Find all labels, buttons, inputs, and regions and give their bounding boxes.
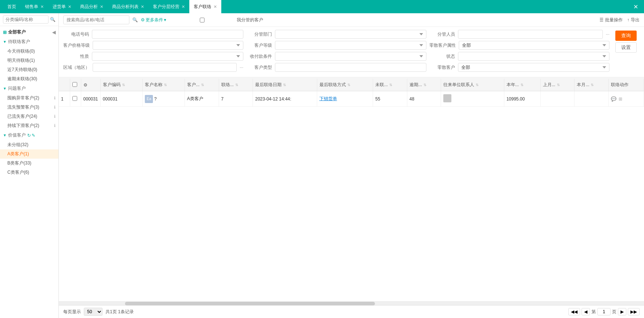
scatter-select[interactable]: 全部 bbox=[458, 63, 609, 72]
export-button[interactable]: ↑ 导出 bbox=[627, 17, 640, 23]
sort-icon[interactable]: ⇅ bbox=[557, 83, 560, 87]
payment-select[interactable] bbox=[275, 52, 426, 61]
close-icon[interactable]: ✕ bbox=[214, 4, 217, 9]
scrollbar-thumb[interactable] bbox=[125, 302, 375, 305]
sort-icon[interactable]: ⇅ bbox=[423, 83, 426, 87]
nav-tab-customer-tier[interactable]: 客户分层经营 ✕ bbox=[149, 0, 189, 13]
col-last-month[interactable]: 上月... ⇅ bbox=[540, 79, 575, 91]
sort-icon[interactable]: ⇅ bbox=[389, 83, 392, 87]
nav-tab-analysis[interactable]: 商品分析 ✕ bbox=[76, 0, 108, 13]
scatter-attr-select[interactable]: 全部 bbox=[459, 41, 609, 50]
page-number-input[interactable] bbox=[597, 308, 611, 315]
col-type[interactable]: 客户... ⇅ bbox=[185, 79, 219, 91]
sidebar-item-class-a[interactable]: A类客户(1) bbox=[0, 149, 58, 159]
next-page-button[interactable]: ▶ bbox=[618, 308, 626, 315]
qr-icon[interactable]: ⊞ bbox=[619, 96, 622, 102]
query-button[interactable]: 查询 bbox=[615, 31, 637, 41]
phone-input[interactable] bbox=[92, 30, 243, 39]
status-select[interactable] bbox=[458, 52, 609, 61]
col-last-date[interactable]: 最后联络日期 ⇅ bbox=[253, 79, 317, 91]
col-code[interactable]: 客户编码 ⇅ bbox=[100, 79, 143, 91]
close-icon[interactable]: ✕ bbox=[68, 4, 71, 9]
edit-icon[interactable]: ✎ bbox=[32, 133, 35, 138]
sidebar-item-ungrouped[interactable]: 未分组(32) bbox=[0, 140, 58, 149]
sidebar-item-churned[interactable]: 已流失客户(24) ℹ bbox=[0, 112, 58, 121]
filter-row-1: 电话号码 分管部门 分管人员 ··· bbox=[63, 30, 609, 39]
nav-tab-customer-contact[interactable]: 客户联络 ✕ bbox=[189, 0, 221, 13]
nav-tab-analysis-list[interactable]: 商品分析列表 ✕ bbox=[108, 0, 149, 13]
row-last-month bbox=[540, 91, 575, 107]
col-this-year[interactable]: 本年... ⇅ bbox=[504, 79, 540, 91]
sort-icon[interactable]: ⇅ bbox=[347, 83, 350, 87]
first-page-button[interactable]: ◀◀ bbox=[568, 308, 580, 315]
col-no-contact[interactable]: 未联... ⇅ bbox=[373, 79, 407, 91]
window-close-button[interactable]: ✕ bbox=[630, 3, 641, 10]
sidebar-item-declining[interactable]: 持续下滑客户(2) ℹ bbox=[0, 121, 58, 130]
close-icon[interactable]: ✕ bbox=[141, 4, 144, 9]
chat-icon[interactable]: 💬 bbox=[611, 96, 616, 102]
last-page-button[interactable]: ▶▶ bbox=[628, 308, 640, 315]
per-page-select[interactable]: 50 100 200 bbox=[84, 308, 103, 316]
col-settings[interactable]: ⚙ bbox=[81, 79, 100, 91]
sidebar-item-class-c[interactable]: C类客户(6) bbox=[0, 168, 58, 177]
sidebar-search-input[interactable] bbox=[3, 15, 49, 24]
horizontal-scrollbar[interactable] bbox=[59, 301, 644, 305]
nav-tab-sales[interactable]: 销售单 ✕ bbox=[21, 0, 48, 13]
sidebar-item-tomorrow[interactable]: 明天待联络(1) bbox=[0, 56, 58, 65]
sidebar-item-today[interactable]: 今天待联络(0) bbox=[0, 47, 58, 56]
sidebar-item-hoarding[interactable]: 囤购异常客户(2) ℹ bbox=[0, 93, 58, 103]
col-overdue[interactable]: 逾期... ⇅ bbox=[407, 79, 441, 91]
nav-tab-purchase[interactable]: 进货单 ✕ bbox=[48, 0, 76, 13]
region-input[interactable] bbox=[93, 63, 237, 72]
customer-level-select[interactable] bbox=[275, 41, 426, 50]
col-index bbox=[59, 79, 70, 91]
sort-icon[interactable]: ⇅ bbox=[201, 83, 204, 87]
sidebar-item-overdue[interactable]: 逾期未联络(30) bbox=[0, 74, 58, 84]
sidebar-item-churn-warning[interactable]: 流失预警客户(3) ℹ bbox=[0, 103, 58, 112]
prev-page-button[interactable]: ◀ bbox=[582, 308, 590, 315]
sidebar-section-value[interactable]: ▼ 价值客户 ↻ ✎ bbox=[0, 130, 58, 140]
close-icon[interactable]: ✕ bbox=[182, 4, 185, 9]
col-checkbox bbox=[70, 79, 81, 91]
more-filters-button[interactable]: ⚙ 更多条件 ▾ bbox=[141, 17, 166, 23]
sort-icon[interactable]: ⇅ bbox=[476, 83, 479, 87]
col-last-method[interactable]: 最后联络方式 ⇅ bbox=[317, 79, 373, 91]
collapse-icon[interactable]: ◀ bbox=[52, 30, 56, 35]
sidebar-search-icon[interactable]: 🔍 bbox=[50, 17, 56, 22]
sort-icon[interactable]: ⇅ bbox=[591, 83, 594, 87]
col-this-month[interactable]: 本月... ⇅ bbox=[575, 79, 609, 91]
close-icon[interactable]: ✕ bbox=[100, 4, 103, 9]
col-name[interactable]: 客户名称 ⇅ bbox=[143, 79, 185, 91]
col-contact[interactable]: 联络... ⇅ bbox=[219, 79, 253, 91]
batch-op-button[interactable]: ☰ 批量操作 bbox=[600, 17, 623, 23]
sidebar-item-class-b[interactable]: B类客户(33) bbox=[0, 159, 58, 168]
nav-home[interactable]: 首页 bbox=[3, 0, 21, 13]
dots-button[interactable]: ··· bbox=[606, 32, 609, 37]
price-level-select[interactable] bbox=[93, 41, 243, 50]
ctype-input[interactable] bbox=[275, 63, 426, 72]
settings-button[interactable]: 设置 bbox=[615, 42, 637, 53]
region-dots-button[interactable]: ··· bbox=[240, 65, 243, 70]
sort-icon[interactable]: ⇅ bbox=[122, 83, 125, 87]
sidebar-section-problem[interactable]: ▼ 问题客户 bbox=[0, 84, 58, 93]
dept-select[interactable] bbox=[275, 30, 426, 39]
my-customers-checkbox[interactable] bbox=[169, 18, 235, 22]
close-icon[interactable]: ✕ bbox=[40, 4, 44, 9]
sort-icon[interactable]: ⇅ bbox=[164, 83, 167, 87]
select-all-checkbox[interactable] bbox=[72, 82, 77, 87]
last-method-link[interactable]: 下销货单 bbox=[319, 96, 337, 101]
sort-icon[interactable]: ⇅ bbox=[520, 83, 523, 87]
settings-icon[interactable]: ⚙ bbox=[83, 82, 87, 88]
sort-icon[interactable]: ⇅ bbox=[235, 83, 238, 87]
search-button[interactable]: 🔍 bbox=[132, 17, 138, 22]
sidebar-search-area: 🔍 bbox=[0, 13, 58, 26]
row-select-checkbox[interactable] bbox=[72, 96, 77, 101]
sort-icon[interactable]: ⇅ bbox=[283, 83, 286, 87]
sidebar-item-7days[interactable]: 近7天待联络(0) bbox=[0, 65, 58, 74]
col-unit-contact[interactable]: 往来单位联系人 ⇅ bbox=[441, 79, 504, 91]
search-input[interactable] bbox=[63, 15, 129, 24]
sidebar-section-pending[interactable]: ▼ 待联络客户 bbox=[0, 37, 58, 47]
person-input[interactable] bbox=[458, 30, 603, 39]
nature-select[interactable] bbox=[92, 52, 243, 61]
refresh-icon[interactable]: ↻ bbox=[27, 133, 31, 138]
